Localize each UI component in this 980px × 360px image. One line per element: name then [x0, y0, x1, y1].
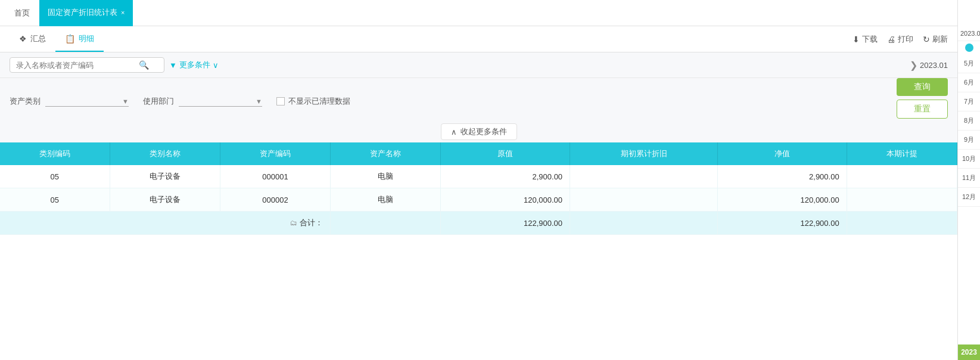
print-icon: 🖨 — [887, 35, 895, 44]
top-nav: 首页 固定资产折旧统计表 × × — [0, 0, 980, 26]
asset-category-label: 资产类别 — [10, 96, 41, 107]
department-select[interactable]: ▼ — [179, 97, 262, 107]
tab-bar: ❖ 汇总 📋 明细 ⬇ 下载 🖨 打印 ↻ 刷新 — [0, 26, 957, 52]
collapse-icon: ∧ — [451, 128, 457, 136]
cell-original-value: 120,000.00 — [441, 188, 570, 212]
month-12[interactable]: 12月 — [958, 188, 980, 207]
close-icon[interactable]: × — [121, 9, 125, 16]
month-6[interactable]: 6月 — [958, 73, 980, 92]
month-5[interactable]: 5月 — [958, 54, 980, 73]
col-original-value: 原值 — [441, 142, 570, 165]
cell-initial-depreciation — [570, 165, 718, 188]
col-current-period: 本期计提 — [847, 142, 957, 165]
cell-net-value: 2,900.00 — [717, 165, 847, 188]
summary-icon: ❖ — [19, 34, 27, 44]
filter-icon: ▼ — [169, 61, 177, 70]
cell-current-period — [847, 165, 957, 188]
cell-category-code: 05 — [0, 188, 110, 212]
cell-net-value: 120,000.00 — [717, 188, 847, 212]
hide-cleared-label: 不显示已清理数据 — [288, 96, 350, 107]
chevron-right-icon[interactable]: ❯ — [910, 60, 917, 71]
home-tab[interactable]: 首页 — [7, 8, 37, 18]
more-filter-button[interactable]: ▼ 更多条件 ∨ — [169, 60, 219, 70]
search-input-wrap: 🔍 — [10, 57, 164, 73]
cell-category-code: 05 — [0, 165, 110, 188]
right-panel: 2023.01 5月 6月 7月 8月 9月 10月 11月 12月 2023 — [957, 0, 980, 360]
col-net-value: 净值 — [717, 142, 847, 165]
query-button[interactable]: 查询 — [897, 78, 948, 96]
reset-button[interactable]: 重置 — [897, 100, 948, 119]
collapse-bar: ∧ 收起更多条件 — [0, 119, 957, 142]
detail-icon: 📋 — [65, 34, 75, 44]
col-category-code: 类别编码 — [0, 142, 110, 165]
tab-detail[interactable]: 📋 明细 — [55, 27, 104, 52]
collapse-label: 收起更多条件 — [461, 126, 507, 137]
filter-actions: 查询 重置 — [897, 78, 948, 119]
asset-table: 类别编码 类别名称 资产编码 资产名称 原值 期初累计折旧 净值 本期计提 05… — [0, 142, 957, 235]
main-content: ❖ 汇总 📋 明细 ⬇ 下载 🖨 打印 ↻ 刷新 — [0, 26, 957, 360]
collapse-button[interactable]: ∧ 收起更多条件 — [441, 123, 517, 140]
department-label: 使用部门 — [143, 96, 174, 107]
print-button[interactable]: 🖨 打印 — [887, 34, 913, 45]
cell-initial-depreciation — [570, 188, 718, 212]
month-10[interactable]: 10月 — [958, 150, 980, 169]
col-category-name: 类别名称 — [110, 142, 220, 165]
tab-summary-label: 汇总 — [30, 33, 46, 44]
main-tab-label: 固定资产折旧统计表 — [48, 7, 117, 18]
total-initial-depreciation — [570, 212, 718, 235]
refresh-icon: ↻ — [923, 35, 930, 44]
total-icon: 🗂 — [290, 219, 297, 227]
table-wrap: 类别编码 类别名称 资产编码 资产名称 原值 期初累计折旧 净值 本期计提 05… — [0, 142, 957, 360]
tab-detail-label: 明细 — [79, 33, 94, 44]
department-filter: 使用部门 ▼ — [143, 96, 262, 107]
more-filter-label: 更多条件 — [179, 60, 210, 70]
total-label: 🗂合计： — [0, 212, 331, 235]
filter-row: 资产类别 ▼ 使用部门 ▼ 不显示已清理数据 查询 重置 — [0, 78, 957, 119]
table-header-row: 类别编码 类别名称 资产编码 资产名称 原值 期初累计折旧 净值 本期计提 — [0, 142, 957, 165]
table-body: 05 电子设备 000001 电脑 2,900.00 2,900.00 05 电… — [0, 165, 957, 235]
month-7[interactable]: 7月 — [958, 92, 980, 111]
col-asset-name: 资产名称 — [331, 142, 441, 165]
search-bar: 🔍 ▼ 更多条件 ∨ ❯ 2023.01 — [0, 52, 957, 78]
cell-current-period — [847, 188, 957, 212]
asset-category-select[interactable]: ▼ — [45, 97, 129, 107]
cell-category-name: 电子设备 — [110, 165, 220, 188]
hide-cleared-wrap: 不显示已清理数据 — [276, 96, 350, 107]
department-arrow-icon: ▼ — [256, 98, 262, 105]
tab-summary[interactable]: ❖ 汇总 — [10, 27, 55, 52]
print-label: 打印 — [898, 34, 913, 45]
col-initial-depreciation: 期初累计折旧 — [570, 142, 718, 165]
asset-category-arrow-icon: ▼ — [122, 98, 129, 105]
search-icon: 🔍 — [139, 60, 149, 70]
main-tab[interactable]: 固定资产折旧统计表 × — [39, 0, 133, 26]
year-label[interactable]: 2023 — [958, 345, 980, 360]
download-icon: ⬇ — [853, 35, 860, 44]
total-current-period — [847, 212, 957, 235]
asset-category-filter: 资产类别 ▼ — [10, 96, 129, 107]
month-8[interactable]: 8月 — [958, 111, 980, 131]
total-net-value: 122,900.00 — [717, 212, 847, 235]
month-11[interactable]: 11月 — [958, 169, 980, 188]
cell-asset-code: 000002 — [220, 188, 330, 212]
toolbar: ⬇ 下载 🖨 打印 ↻ 刷新 — [853, 34, 948, 45]
cell-asset-name: 电脑 — [331, 188, 441, 212]
col-asset-code: 资产编码 — [220, 142, 330, 165]
refresh-button[interactable]: ↻ 刷新 — [923, 34, 948, 45]
hide-cleared-checkbox[interactable] — [276, 97, 285, 105]
table-row: 05 电子设备 000001 电脑 2,900.00 2,900.00 — [0, 165, 957, 188]
table-row: 05 电子设备 000002 电脑 120,000.00 120,000.00 — [0, 188, 957, 212]
scroll-up-icon[interactable] — [965, 44, 973, 52]
month-9[interactable]: 9月 — [958, 131, 980, 150]
cell-original-value: 2,900.00 — [441, 165, 570, 188]
cell-asset-name: 电脑 — [331, 165, 441, 188]
date-label: 2023.01 — [920, 61, 948, 70]
download-button[interactable]: ⬇ 下载 — [853, 34, 878, 45]
cell-category-name: 电子设备 — [110, 188, 220, 212]
download-label: 下载 — [862, 34, 878, 45]
search-right: ❯ 2023.01 — [910, 60, 948, 71]
search-input[interactable] — [16, 61, 135, 70]
refresh-label: 刷新 — [932, 34, 948, 45]
right-panel-date: 2023.01 — [958, 26, 980, 41]
total-original-value: 122,900.00 — [441, 212, 570, 235]
total-row: 🗂合计： 122,900.00 122,900.00 — [0, 212, 957, 235]
